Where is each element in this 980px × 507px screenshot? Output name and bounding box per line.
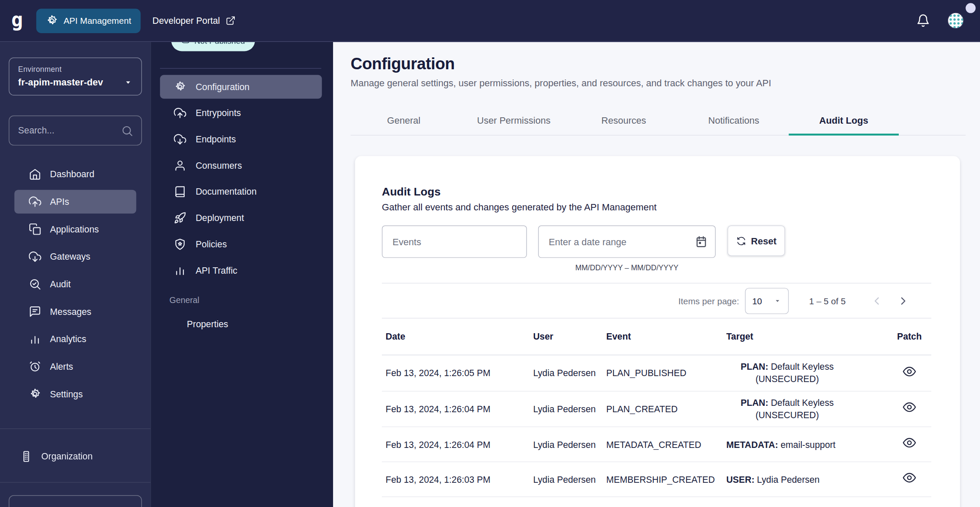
sidebar-item-label: Settings	[50, 389, 83, 399]
sidebar-item-label: Messages	[50, 306, 91, 317]
tab-notifications[interactable]: Notifications	[679, 105, 789, 135]
sidebar-item-dashboard[interactable]: Dashboard	[14, 162, 137, 186]
book-icon	[174, 185, 186, 198]
cell-target: PLAN:Default Keyless (UNSECURED)	[726, 360, 887, 386]
calendar-icon[interactable]	[695, 235, 707, 248]
eye-icon[interactable]	[903, 436, 916, 450]
column-header-user: User	[533, 331, 606, 342]
events-filter-select[interactable]	[382, 225, 527, 258]
table-header: DateUserEventTargetPatch	[382, 318, 932, 355]
table-row: Feb 13, 2024, 1:26:03 PMLydia PedersenME…	[382, 462, 932, 497]
sidebar-item-endpoints[interactable]: Endpoints	[160, 127, 322, 151]
table-body: Feb 13, 2024, 1:26:05 PMLydia PedersenPL…	[382, 355, 932, 497]
topbar: g API Management Developer Portal	[0, 0, 980, 42]
table-row: Feb 13, 2024, 1:26:04 PMLydia PedersenPL…	[382, 391, 932, 428]
target-type-label: PLAN:	[741, 397, 768, 408]
sidebar-item-label: Analytics	[50, 334, 86, 344]
developer-portal-link[interactable]: Developer Portal	[152, 16, 235, 26]
environment-select[interactable]: Environment fr-apim-master-dev	[9, 57, 142, 96]
sidebar-item-consumers[interactable]: Consumers	[160, 153, 322, 177]
developer-portal-label: Developer Portal	[152, 16, 220, 26]
sidebar-item-gateways[interactable]: Gateways	[14, 245, 137, 269]
sidebar-item-label: Policies	[196, 239, 227, 249]
sidebar-item-api-traffic[interactable]: API Traffic	[160, 258, 322, 282]
sidebar-item-analytics[interactable]: Analytics	[14, 327, 137, 351]
cloud-download-icon	[29, 250, 41, 263]
environment-label: Environment	[18, 65, 133, 74]
cloud-upload-icon	[174, 107, 186, 119]
column-header-event: Event	[606, 331, 726, 342]
date-range-input[interactable]	[538, 225, 715, 258]
building-icon	[20, 450, 32, 462]
sidebar-item-label: Alerts	[50, 362, 73, 372]
column-header-patch: Patch	[888, 331, 932, 342]
target-value: Lydia Pedersen	[757, 474, 820, 484]
sidebar-item-settings[interactable]: Settings	[14, 382, 137, 406]
reset-label: Reset	[751, 235, 777, 246]
table-row: Feb 13, 2024, 1:26:05 PMLydia PedersenPL…	[382, 355, 932, 391]
cell-target: USER:Lydia Pedersen	[726, 473, 887, 486]
sidebar-item-apis[interactable]: APIs	[14, 190, 137, 214]
sidebar-item-organization[interactable]: Organization	[6, 445, 145, 468]
cell-event: PLAN_PUBLISHED	[606, 367, 726, 380]
reset-button[interactable]: Reset	[727, 225, 785, 256]
cloud-upload-icon	[29, 195, 41, 208]
target-type-label: PLAN:	[741, 362, 768, 372]
sidebar-item-alerts[interactable]: Alerts	[14, 355, 137, 379]
collapse-menu-button[interactable]: Collapse menu	[9, 495, 142, 507]
sidebar-item-label: Audit	[50, 279, 71, 289]
eye-icon[interactable]	[903, 471, 916, 484]
page-title: Configuration	[350, 54, 966, 74]
app-window: g API Management Developer Portal Enviro…	[0, 0, 980, 507]
sidebar-item-deployment[interactable]: Deployment	[160, 206, 322, 230]
cell-target: METADATA:email-support	[726, 438, 887, 451]
divider	[0, 428, 151, 429]
items-per-page-label: Items per page:	[678, 296, 739, 306]
chevron-down-icon	[124, 78, 133, 87]
sidebar-item-documentation[interactable]: Documentation	[160, 180, 322, 204]
search-input[interactable]	[18, 125, 121, 136]
filters-row: MM/DD/YYYY – MM/DD/YYYY Reset	[382, 225, 932, 258]
sidebar-item-audit[interactable]: Audit	[14, 272, 137, 296]
next-page-icon[interactable]	[896, 294, 910, 307]
cell-user: Lydia Pedersen	[533, 367, 606, 380]
gear-icon	[174, 81, 186, 93]
collapse-menu-icon	[26, 505, 38, 507]
main-content: Configuration Manage general settings, u…	[333, 42, 980, 507]
sidebar-bottom-group: Organization Collapse menu	[0, 428, 151, 507]
bar-chart-icon	[29, 333, 41, 345]
notifications-bell-icon[interactable]	[916, 14, 930, 27]
eye-icon[interactable]	[903, 365, 916, 378]
cell-date: Feb 13, 2024, 1:26:05 PM	[382, 367, 533, 380]
api-management-switcher[interactable]: API Management	[36, 8, 141, 33]
card-title: Audit Logs	[382, 184, 932, 199]
previous-page-icon[interactable]	[870, 294, 883, 307]
gravitee-logo[interactable]: g	[11, 8, 23, 31]
sidebar-item-label: Entrypoints	[196, 108, 241, 118]
sidebar-item-label: APIs	[50, 197, 69, 207]
api-nav: ConfigurationEntrypointsEndpointsConsume…	[151, 75, 333, 282]
sidebar-item-label: Applications	[50, 224, 99, 235]
sidebar-item-label: Endpoints	[196, 134, 236, 144]
items-per-page-select[interactable]: 10	[745, 288, 789, 314]
sidebar-item-properties[interactable]: Properties	[187, 319, 333, 329]
tab-general[interactable]: General	[349, 105, 459, 135]
tab-audit-logs[interactable]: Audit Logs	[789, 105, 899, 135]
sidebar-item-configuration[interactable]: Configuration	[160, 75, 322, 99]
eye-icon[interactable]	[903, 400, 916, 414]
user-avatar[interactable]	[948, 12, 964, 28]
sidebar-item-messages[interactable]: Messages	[14, 300, 137, 323]
cell-patch	[888, 365, 932, 382]
divider	[160, 68, 321, 68]
cell-user: Lydia Pedersen	[533, 402, 606, 415]
caret-down-icon	[774, 297, 781, 305]
card-subtitle: Gather all events and changes generated …	[382, 202, 932, 212]
sidebar-item-applications[interactable]: Applications	[14, 217, 137, 241]
tab-resources[interactable]: Resources	[569, 105, 679, 135]
table-row: Feb 13, 2024, 1:26:04 PMLydia PedersenME…	[382, 427, 932, 462]
date-format-hint: MM/DD/YYYY – MM/DD/YYYY	[538, 263, 715, 272]
sidebar-item-entrypoints[interactable]: Entrypoints	[160, 101, 322, 125]
sidebar-item-policies[interactable]: Policies	[160, 232, 322, 256]
tab-user-permissions[interactable]: User Permissions	[459, 105, 569, 135]
sidebar-item-label: Documentation	[196, 187, 256, 197]
